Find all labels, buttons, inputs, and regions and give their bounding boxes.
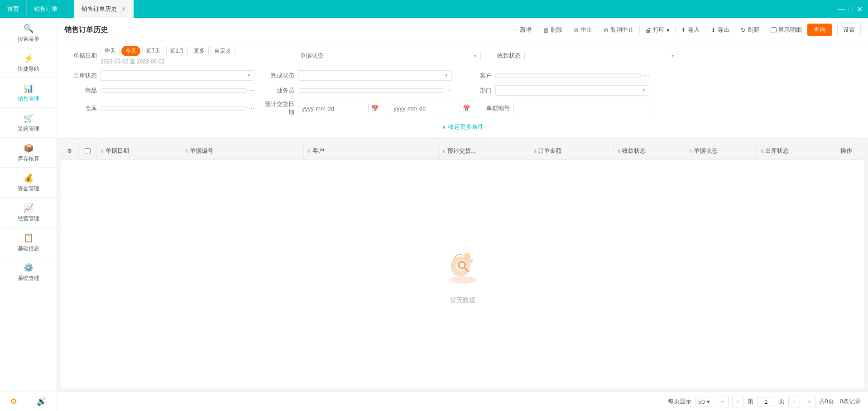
th-check[interactable] bbox=[79, 144, 97, 159]
tab-sales-order[interactable]: 销售订单 ✕ bbox=[27, 0, 74, 18]
sidebar-item-finance[interactable]: 💰 资金管理 bbox=[0, 168, 57, 198]
tab-sales-history-close[interactable]: ✕ bbox=[121, 6, 126, 12]
sidebar-item-inventory[interactable]: 📦 库存核算 bbox=[0, 138, 57, 168]
sales-label: 业务员 bbox=[262, 87, 298, 95]
cancel-stop-button[interactable]: ⊘ 取消中止 bbox=[604, 26, 634, 34]
sidebar-item-nav[interactable]: ⚡ 快捷导航 bbox=[0, 48, 57, 78]
collapse-bar[interactable]: ∧ 收起更多条件 bbox=[64, 121, 861, 133]
order-status-select[interactable]: ▾ bbox=[327, 51, 481, 61]
settings-gear-icon[interactable]: ⚙ bbox=[10, 396, 17, 406]
th-settings[interactable]: ⚙ bbox=[61, 143, 79, 159]
last-page-button[interactable]: » bbox=[804, 396, 815, 407]
next-page-button[interactable]: › bbox=[788, 396, 800, 407]
outstock-select[interactable]: ▾ bbox=[101, 70, 254, 81]
cancel-stop-icon: ⊘ bbox=[604, 27, 609, 34]
goods-input[interactable] bbox=[101, 88, 247, 93]
system-icon: ⚙️ bbox=[24, 263, 34, 273]
sidebar-label-system: 系统管理 bbox=[18, 275, 39, 282]
delete-button[interactable]: 🗑 删除 bbox=[543, 26, 562, 34]
date-quick-btns: 昨天 今天 近7天 近1月 更多 自定义 bbox=[101, 46, 291, 56]
pay-status-label: 收款状态 bbox=[488, 52, 524, 60]
tab-home[interactable]: 首页 bbox=[0, 0, 27, 18]
delete-icon: 🗑 bbox=[543, 27, 549, 34]
page-title: 销售订单历史 bbox=[64, 25, 512, 35]
finance-icon: 💰 bbox=[24, 173, 34, 183]
dept-select[interactable]: ▾ bbox=[495, 85, 649, 96]
sidebar-item-purchase[interactable]: 🛒 采购管理 bbox=[0, 108, 57, 138]
sidebar-item-operation[interactable]: 📈 经营管理 bbox=[0, 198, 57, 227]
display-checkbox[interactable] bbox=[771, 27, 777, 33]
display-toggle[interactable]: 显示明细 bbox=[771, 26, 802, 34]
sidebar-item-system[interactable]: ⚙️ 系统管理 bbox=[0, 257, 57, 287]
th-outstock-sort-icon: ⇅ bbox=[760, 149, 764, 154]
page-number-input[interactable] bbox=[757, 397, 775, 406]
page-size-label: 每页显示 bbox=[668, 397, 691, 406]
first-page-button[interactable]: « bbox=[717, 396, 729, 407]
new-button[interactable]: ＋ 新增 bbox=[512, 26, 532, 34]
tab-sales-history-label: 销售订单历史 bbox=[82, 5, 117, 13]
sidebar-label-sales: 销售管理 bbox=[18, 95, 39, 103]
sidebar-label-purchase: 采购管理 bbox=[18, 125, 39, 133]
th-date: ⇅ 单据日期 bbox=[97, 142, 181, 160]
th-customer-sort-icon: ⇅ bbox=[307, 149, 311, 154]
order-num-input[interactable] bbox=[513, 103, 649, 114]
page-size-select[interactable]: 50 ▾ bbox=[695, 397, 713, 406]
warehouse-dots-icon[interactable]: ··· bbox=[249, 104, 254, 112]
close-icon[interactable]: ✕ bbox=[857, 5, 863, 14]
th-payment-label: 收款状态 bbox=[622, 147, 646, 155]
th-order-sort-icon: ⇅ bbox=[185, 149, 188, 154]
complete-select[interactable]: ▾ bbox=[298, 70, 452, 81]
prev-page-button[interactable]: ‹ bbox=[732, 396, 744, 407]
maximize-icon[interactable]: □ bbox=[849, 5, 853, 13]
divider1 bbox=[537, 26, 537, 34]
delivery-date-to-input[interactable] bbox=[390, 103, 460, 114]
warehouse-input[interactable] bbox=[101, 106, 247, 111]
divider5 bbox=[675, 26, 676, 34]
delivery-date-from-input[interactable] bbox=[298, 103, 369, 114]
sidebar-item-basic[interactable]: 📋 基础信息 bbox=[0, 227, 57, 257]
date-btn-7days[interactable]: 近7天 bbox=[142, 46, 164, 56]
export-button[interactable]: ⬇ 导出 bbox=[711, 26, 729, 34]
pay-status-arrow-icon: ▾ bbox=[671, 53, 674, 59]
date-range: 2023-06-02 至 2023-06-02 bbox=[101, 58, 291, 66]
volume-icon[interactable]: 🔊 bbox=[37, 396, 47, 406]
date-btn-1month[interactable]: 近1月 bbox=[166, 46, 188, 56]
new-label: 新增 bbox=[520, 26, 532, 34]
pay-status-select[interactable]: ▾ bbox=[524, 51, 678, 61]
th-amount-sort-icon: ⇅ bbox=[533, 149, 537, 154]
date-btn-more[interactable]: 更多 bbox=[190, 46, 209, 56]
customer-input[interactable] bbox=[495, 73, 642, 78]
tab-sales-order-close[interactable]: ✕ bbox=[62, 6, 67, 12]
customer-dots-icon[interactable]: ··· bbox=[643, 72, 649, 80]
basic-icon: 📋 bbox=[24, 233, 34, 243]
calendar-to-icon[interactable]: 📅 bbox=[463, 105, 470, 112]
nav-icon: ⚡ bbox=[24, 53, 34, 63]
order-status-arrow-icon: ▾ bbox=[474, 53, 477, 59]
filter-area: 单据日期 昨天 今天 近7天 近1月 更多 自定义 2023-06-02 至 2… bbox=[57, 40, 868, 139]
goods-label: 商品 bbox=[64, 87, 101, 95]
table-area: ⚙ ⇅ 单据日期 ⇅ 单据编号 ⇅ 客户 ⇅ 预计交货. bbox=[61, 142, 864, 388]
refresh-button[interactable]: ↻ 刷新 bbox=[741, 26, 759, 34]
calendar-from-icon[interactable]: 📅 bbox=[371, 105, 379, 112]
settings-button[interactable]: 设置 bbox=[837, 24, 861, 36]
stop-button[interactable]: ⊘ 中止 bbox=[574, 26, 592, 34]
print-button[interactable]: 🖨 打印 ▾ bbox=[645, 26, 670, 34]
sidebar-item-search[interactable]: 🔍 搜索菜单 bbox=[0, 18, 57, 48]
select-all-checkbox[interactable] bbox=[85, 148, 91, 154]
tab-sales-history[interactable]: 销售订单历史 ✕ bbox=[74, 0, 134, 18]
query-button[interactable]: 查询 bbox=[807, 24, 832, 36]
minimize-icon[interactable]: — bbox=[838, 5, 845, 13]
sales-input[interactable] bbox=[298, 88, 444, 93]
sidebar-item-sales[interactable]: 📊 销售管理 bbox=[0, 78, 57, 108]
sidebar: 🔍 搜索菜单 ⚡ 快捷导航 📊 销售管理 🛒 采购管理 📦 库存核算 💰 资金管… bbox=[0, 18, 57, 411]
date-btn-yesterday[interactable]: 昨天 bbox=[101, 46, 120, 56]
date-btn-today[interactable]: 今天 bbox=[121, 46, 140, 56]
date-btn-custom[interactable]: 自定义 bbox=[211, 46, 235, 56]
tab-home-label: 首页 bbox=[7, 5, 19, 13]
import-button[interactable]: ⬆ 导入 bbox=[681, 26, 700, 34]
page-label: 页 bbox=[779, 397, 785, 406]
refresh-icon: ↻ bbox=[741, 27, 746, 34]
page-header: 销售订单历史 ＋ 新增 🗑 删除 ⊘ 中止 ⊘ bbox=[57, 18, 868, 40]
goods-dots-icon[interactable]: ··· bbox=[249, 87, 254, 95]
sales-dots-icon[interactable]: ··· bbox=[446, 87, 452, 95]
